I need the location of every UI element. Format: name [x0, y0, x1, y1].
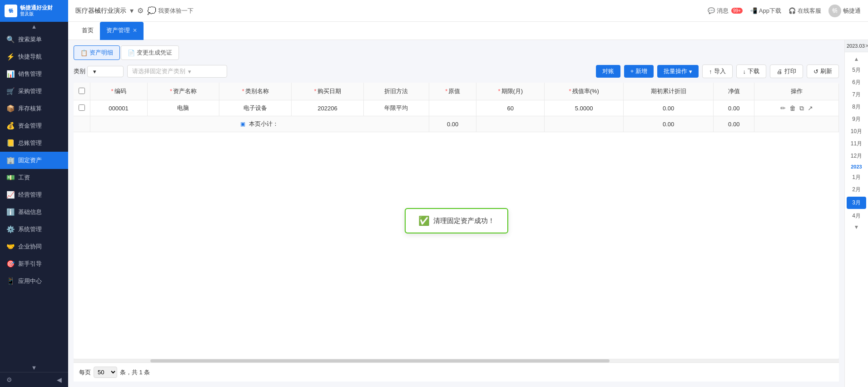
select-all-checkbox[interactable]: [79, 88, 85, 94]
cell-initial-depreciation: 0.00: [624, 100, 714, 116]
sidebar-item-app-center[interactable]: 📱 应用中心: [0, 273, 68, 290]
customer-service-action[interactable]: 🎧 在线客服: [789, 7, 821, 15]
sidebar-item-ledger[interactable]: 📒 总账管理: [0, 134, 68, 152]
cell-code: 000001: [90, 100, 147, 116]
horizontal-scrollbar[interactable]: [74, 359, 839, 362]
sidebar-item-system[interactable]: ⚙️ 系统管理: [0, 221, 68, 238]
sidebar-item-enterprise[interactable]: 🤝 企业协同: [0, 238, 68, 255]
timeline-nav-down[interactable]: ▼: [845, 222, 868, 232]
timeline-month-8[interactable]: 8月: [845, 101, 868, 113]
new-button[interactable]: + 新增: [624, 65, 654, 78]
category-filter-input[interactable]: 请选择固定资产类别 ▾: [127, 65, 227, 78]
timeline-panel: 2023.03 ✕ ⤢ ▲ 5月 6月 7月 8月 9月 10月 11月 12月…: [844, 40, 868, 387]
sidebar-item-label: 系统管理: [18, 225, 42, 233]
sidebar-scroll-up[interactable]: ▲: [0, 22, 68, 31]
category-filter-label: 类别: [74, 67, 85, 75]
message-action[interactable]: 💬 消息 99+: [708, 7, 743, 15]
refresh-label: 刷新: [820, 67, 832, 75]
sidebar-item-basic-info[interactable]: ℹ️ 基础信息: [0, 203, 68, 221]
sub-tab-change-voucher-label: 变更生成凭证: [137, 49, 172, 57]
timeline-month-2[interactable]: 2月: [845, 184, 868, 196]
sidebar-logo: 畅 畅捷通好业财 普及版: [0, 0, 68, 22]
reconcile-button[interactable]: 对账: [596, 65, 620, 78]
category-type-select[interactable]: ▾: [87, 66, 124, 77]
scrollbar-thumb: [150, 359, 610, 362]
edit-icon[interactable]: ✏: [780, 104, 786, 112]
import-button[interactable]: ↑ 导入: [702, 64, 733, 78]
sidebar-item-purchase[interactable]: 🛒 采购管理: [0, 83, 68, 100]
user-action[interactable]: 畅 畅捷通: [828, 5, 861, 17]
subtotal-initial-depreciation: 0.00: [624, 116, 714, 132]
timeline-close-icon[interactable]: ✕: [865, 43, 868, 49]
timeline-month-12[interactable]: 12月: [845, 150, 868, 162]
sub-tab-asset-detail-label: 资产明细: [89, 49, 113, 57]
timeline-month-9[interactable]: 9月: [845, 113, 868, 125]
sub-tabs: 📋 资产明细 📄 变更生成凭证: [74, 45, 839, 60]
delete-icon[interactable]: 🗑: [789, 104, 796, 112]
subtotal-period: [476, 116, 545, 132]
per-page-select[interactable]: 10 20 50 100: [94, 367, 117, 378]
timeline-month-7[interactable]: 7月: [845, 89, 868, 101]
sidebar-item-fixed-assets[interactable]: 🏢 固定资产: [0, 152, 68, 169]
timeline-month-11[interactable]: 11月: [845, 138, 868, 150]
tab-asset-mgmt[interactable]: 资产管理 ✕: [100, 22, 144, 40]
timeline-month-4[interactable]: 4月: [845, 210, 868, 222]
sidebar-item-operations[interactable]: 📈 经营管理: [0, 186, 68, 203]
refresh-button[interactable]: ↺ 刷新: [807, 64, 839, 78]
operations-icon: 📈: [6, 191, 15, 199]
sub-tab-asset-detail[interactable]: 📋 资产明细: [74, 45, 120, 60]
sub-tab-change-voucher[interactable]: 📄 变更生成凭证: [121, 45, 179, 60]
timeline-nav-up[interactable]: ▲: [845, 54, 868, 64]
timeline-month-6[interactable]: 6月: [845, 76, 868, 89]
logo-icon: 畅: [5, 5, 17, 17]
sidebar-item-label: 库存核算: [18, 104, 42, 113]
company-dropdown-icon[interactable]: ▾: [130, 6, 134, 15]
app-download-action[interactable]: 📲 App下载: [750, 7, 781, 15]
col-name: *资产名称: [147, 83, 219, 100]
top-header: 医疗器械行业演示 ▾ ⚙ 💭 我要体验一下 💬 消息 99+ 📲 App下载 🎧…: [68, 0, 868, 22]
sidebar-item-capital[interactable]: 💰 资金管理: [0, 117, 68, 134]
download-button[interactable]: ↓ 下载: [736, 64, 767, 78]
sidebar-item-guide[interactable]: 🎯 新手引导: [0, 255, 68, 273]
sidebar-item-sales[interactable]: 📊 销售管理: [0, 65, 68, 83]
tab-home-label: 首页: [82, 26, 94, 35]
tab-close-icon[interactable]: ✕: [133, 27, 137, 34]
import-label: 导入: [714, 67, 726, 75]
content-main: 📋 资产明细 📄 变更生成凭证 类别 ▾: [68, 40, 844, 387]
timeline-body: ▲ 5月 6月 7月 8月 9月 10月 11月 12月 2023 1月 2月 …: [845, 52, 868, 387]
copy-icon[interactable]: ⧉: [799, 104, 804, 112]
sidebar-item-salary[interactable]: 💵 工资: [0, 169, 68, 186]
sidebar-collapse-icon[interactable]: ◀: [57, 376, 62, 383]
print-icon: 🖨: [777, 68, 783, 75]
table-header: *编码 *资产名称 *类别名称 *购买日期 折旧方法 *原值 *期限(月) *残…: [74, 83, 839, 100]
sidebar-item-label: 应用中心: [18, 277, 42, 285]
experience-btn[interactable]: 💭 我要体验一下: [147, 6, 193, 15]
sidebar-item-inventory[interactable]: 📦 库存核算: [0, 100, 68, 117]
sidebar-item-label: 总账管理: [18, 139, 42, 147]
filter-dropdown-icon: ▾: [188, 68, 191, 75]
sidebar-item-search[interactable]: 🔍 搜索菜单: [0, 31, 68, 48]
sidebar-scroll-down[interactable]: ▼: [0, 363, 68, 372]
print-button[interactable]: 🖨 打印: [770, 64, 803, 78]
sidebar-item-quick-nav[interactable]: ⚡ 快捷导航: [0, 48, 68, 65]
sidebar-settings-icon[interactable]: ⚙: [6, 376, 12, 383]
sidebar-item-label: 企业协同: [18, 243, 42, 251]
header-settings-icon[interactable]: ⚙: [137, 6, 144, 15]
cell-actions: ✏ 🗑 ⧉ ↗: [754, 100, 839, 116]
table-wrapper: *编码 *资产名称 *类别名称 *购买日期 折旧方法 *原值 *期限(月) *残…: [74, 83, 839, 359]
subtotal-row: ▣ 本页小计： 0.00 0.00 0.00: [74, 116, 839, 132]
per-page-label: 每页: [79, 368, 91, 377]
timeline-month-3-current[interactable]: 3月: [847, 197, 866, 209]
row-checkbox-cell: [74, 100, 90, 116]
timeline-month-1[interactable]: 1月: [845, 171, 868, 184]
print-label: 打印: [784, 67, 796, 75]
logo-sub: 普及版: [20, 11, 53, 17]
sidebar-item-label: 工资: [18, 174, 30, 182]
batch-operations-button[interactable]: 批量操作 ▾: [657, 65, 699, 78]
timeline-month-10[interactable]: 10月: [845, 125, 868, 138]
row-checkbox[interactable]: [79, 104, 85, 111]
more-icon[interactable]: ↗: [808, 104, 813, 112]
tab-home[interactable]: 首页: [75, 22, 100, 40]
download-icon: ↓: [743, 68, 746, 75]
timeline-month-5[interactable]: 5月: [845, 64, 868, 76]
